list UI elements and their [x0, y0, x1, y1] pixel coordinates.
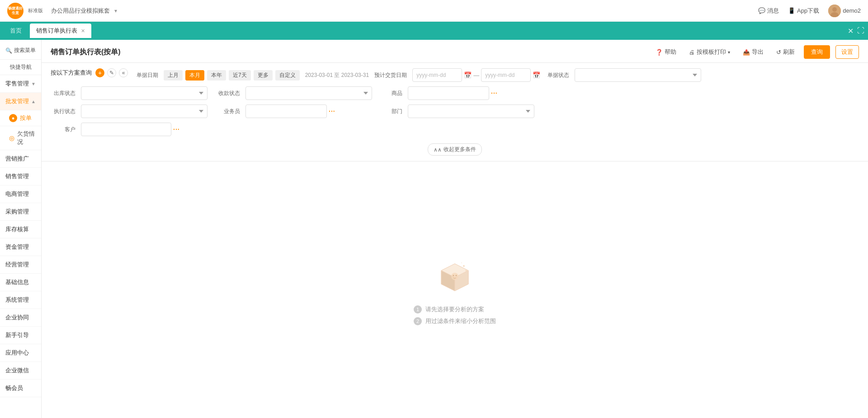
empty-illustration: [432, 255, 477, 300]
salesperson-more-icon[interactable]: ···: [329, 108, 335, 115]
refresh-button[interactable]: ↺ 刷新: [773, 46, 798, 58]
app-title-dropdown[interactable]: ▾: [114, 8, 117, 14]
payment-select[interactable]: [245, 86, 372, 100]
search-icon: 🔍: [5, 48, 12, 54]
tab-home[interactable]: 首页: [4, 24, 28, 38]
sidebar-item-wechat[interactable]: 企业微信: [0, 362, 41, 380]
top-bar-right: 💬 消息 📱 App下载 demo2: [758, 5, 861, 17]
payment-label: 收款状态: [213, 90, 240, 97]
sidebar-item-operations[interactable]: 经营管理: [0, 256, 41, 274]
filter-collapse-button[interactable]: «: [119, 68, 128, 77]
tab-close-button[interactable]: ✕: [81, 28, 85, 34]
sidebar-item-inventory[interactable]: 库存核算: [0, 221, 41, 238]
goods-group: ···: [408, 86, 534, 100]
close-tab-action[interactable]: ✕: [848, 27, 854, 35]
customer-more-icon[interactable]: ···: [173, 126, 180, 133]
sidebar-wholesale-label: 批发管理: [5, 97, 29, 105]
sidebar-item-basic[interactable]: 基础信息: [0, 274, 41, 291]
sidebar-item-retail[interactable]: 零售管理 ▼: [0, 75, 41, 93]
delivery-select[interactable]: [81, 86, 208, 100]
quick-nav-label: 快捷导航: [10, 63, 32, 71]
sidebar-item-enterprise[interactable]: 企业协同: [0, 309, 41, 327]
sidebar-item-member[interactable]: 畅会员: [0, 380, 41, 397]
goods-more-icon[interactable]: ···: [491, 90, 498, 97]
date-btn-this-month[interactable]: 本月: [185, 70, 204, 81]
query-button[interactable]: 查询: [804, 45, 830, 59]
app-title: 办公用品行业模拟账套: [51, 7, 110, 15]
goods-input[interactable]: [408, 86, 489, 100]
sidebar-purchase-label: 采购管理: [5, 208, 29, 216]
sidebar-retail-label: 零售管理: [5, 80, 29, 88]
filter-row-4: 客户 ···: [51, 123, 859, 136]
avatar: [828, 5, 841, 17]
svg-point-8: [453, 275, 454, 276]
date-btn-more[interactable]: 更多: [254, 70, 273, 81]
user-menu[interactable]: demo2: [828, 5, 861, 17]
tab-sales-exec[interactable]: 销售订单执行表 ✕: [30, 24, 91, 38]
collapse-filters-button[interactable]: ∧∧ 收起更多条件: [428, 143, 482, 156]
quick-nav-button[interactable]: 快捷导航: [0, 60, 41, 75]
sidebar-item-marketing[interactable]: 营销推广: [0, 150, 41, 168]
sidebar-orders-label: 按单: [20, 114, 32, 122]
filter-panel: 按以下方案查询 + ✎ « 单据日期 上月 本月 本年 近7天 更多 自定义 2…: [42, 63, 868, 162]
top-bar-left: 畅捷通好生意 标准版 办公用品行业模拟账套 ▾: [7, 3, 117, 19]
hint-num-1: 1: [414, 305, 422, 314]
app-download-button[interactable]: 📱 App下载: [788, 7, 819, 15]
tab-sales-exec-label: 销售订单执行表: [36, 27, 77, 35]
payment-group: [245, 86, 372, 100]
help-button[interactable]: ❓ 帮助: [652, 46, 680, 58]
sidebar-item-finance[interactable]: 资金管理: [0, 238, 41, 256]
empty-hint-2: 2 用过滤条件来缩小分析范围: [414, 317, 496, 325]
print-button[interactable]: 🖨 按模板打印 ▾: [685, 46, 734, 58]
date-btn-this-year[interactable]: 本年: [207, 70, 226, 81]
sidebar-item-purchase[interactable]: 采购管理: [0, 203, 41, 221]
expand-tab-action[interactable]: ⛶: [857, 27, 864, 35]
expected-date-start[interactable]: [412, 68, 462, 82]
sidebar-item-orders[interactable]: ● 按单: [0, 110, 41, 126]
settings-button[interactable]: 设置: [835, 45, 859, 59]
sidebar-item-appstore[interactable]: 应用中心: [0, 344, 41, 362]
filter-section-title: 按以下方案查询: [51, 69, 92, 77]
sidebar-item-ecommerce[interactable]: 电商管理: [0, 185, 41, 203]
message-button[interactable]: 💬 消息: [758, 7, 779, 15]
expected-date-end[interactable]: [481, 68, 531, 82]
debt-icon: ◎: [9, 134, 14, 142]
svg-point-7: [451, 273, 458, 280]
date-label: 单据日期: [133, 71, 158, 79]
calendar-start-icon[interactable]: 📅: [464, 71, 472, 79]
sidebar-inventory-label: 库存核算: [5, 225, 29, 233]
export-button[interactable]: 📤 导出: [739, 46, 767, 58]
search-menu-button[interactable]: 🔍 搜索菜单: [4, 44, 38, 57]
customer-input[interactable]: [81, 123, 171, 136]
status-select[interactable]: [575, 68, 701, 82]
salesperson-input[interactable]: [245, 104, 327, 118]
exec-select[interactable]: [81, 104, 208, 118]
sidebar-item-wholesale[interactable]: 批发管理 ▲: [0, 93, 41, 110]
hint-num-2: 2: [414, 317, 422, 325]
collapse-label: 收起更多条件: [443, 146, 476, 153]
sidebar-newbie-label: 新手引导: [5, 331, 29, 339]
filter-edit-button[interactable]: ✎: [107, 68, 116, 77]
expected-date-label: 预计交货日期: [374, 71, 407, 79]
filter-add-button[interactable]: +: [95, 68, 104, 77]
customer-group: ···: [81, 123, 208, 136]
salesperson-group: ···: [245, 104, 372, 118]
date-btn-7days[interactable]: 近7天: [229, 70, 251, 81]
collapse-row: ∧∧ 收起更多条件: [51, 141, 859, 156]
page-title: 销售订单执行表(按单): [51, 48, 121, 57]
sidebar-item-debt[interactable]: ◎ 欠货情况: [0, 126, 41, 150]
app-download-label: App下载: [797, 7, 819, 15]
filter-section-header: 按以下方案查询 + ✎ «: [51, 68, 128, 77]
exec-group: [81, 104, 208, 118]
tab-bar-actions: ✕ ⛶: [848, 27, 864, 35]
sidebar-item-system[interactable]: 系统管理: [0, 291, 41, 309]
message-icon: 💬: [758, 7, 765, 14]
sidebar-item-newbie[interactable]: 新手引导: [0, 327, 41, 344]
calendar-end-icon[interactable]: 📅: [533, 71, 540, 79]
date-dash: —: [473, 72, 479, 79]
department-select[interactable]: [408, 104, 534, 118]
sidebar-item-sales[interactable]: 销售管理: [0, 168, 41, 185]
date-btn-last-month[interactable]: 上月: [164, 70, 183, 81]
date-filter-group: 上月 本月 本年 近7天 更多 自定义 2023-03-01 至 2023-03…: [164, 70, 369, 81]
date-btn-custom[interactable]: 自定义: [275, 70, 300, 81]
